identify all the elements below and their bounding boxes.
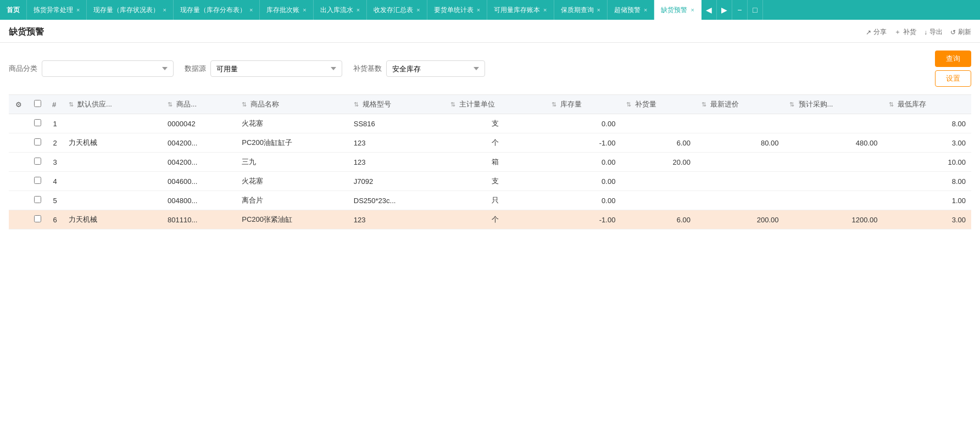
table-row: 5004800...离合片DS250*23c...只0.001.00 (9, 191, 971, 210)
export-btn[interactable]: ↓ 导出 (924, 27, 943, 37)
tab-home[interactable]: 首页 (0, 0, 27, 20)
category-select[interactable] (42, 60, 174, 77)
tab-label-available-ledger: 可用量库存账本 (494, 5, 540, 15)
cell-latest_price (696, 172, 784, 191)
tab-maximize[interactable]: □ (748, 0, 763, 20)
cell-latest_price: 200.00 (696, 210, 784, 229)
col-label-replenish: 补货量 (635, 100, 656, 108)
table-row: 2力天机械004200...PC200油缸缸子123个-1.006.0080.0… (9, 133, 971, 153)
cell-product_name: 三九 (236, 153, 348, 172)
replenish-btn[interactable]: ＋ 补货 (894, 27, 916, 37)
cell-unit: 支 (445, 172, 546, 191)
tab-close-inout-flow[interactable]: × (357, 7, 360, 13)
cell-estimated_purchase (784, 191, 883, 210)
cell-replenish: 6.00 (621, 210, 696, 229)
cell-product_name: 离合片 (236, 191, 348, 210)
col-header-latest_price[interactable]: ⇅ 最新进价 (696, 95, 784, 114)
tab-inout-flow[interactable]: 出入库流水× (314, 0, 367, 20)
tab-overstock[interactable]: 超储预警× (608, 0, 654, 20)
cell-min_stock: 1.00 (883, 191, 971, 210)
row-checkbox[interactable] (34, 177, 41, 184)
export-icon: ↓ (924, 29, 927, 36)
tab-close-inventory-dist[interactable]: × (249, 7, 253, 13)
tab-close-shortage[interactable]: × (691, 7, 694, 13)
cell-product_name: PC200油缸缸子 (236, 133, 348, 153)
gear-icon[interactable]: ⚙ (15, 100, 22, 109)
row-checkbox-cell[interactable] (29, 153, 47, 172)
page-header: 缺货预警 ↗ 分享 ＋ 补货 ↓ 导出 ↺ 刷新 (0, 20, 980, 43)
row-checkbox-cell[interactable] (29, 172, 47, 191)
col-header-min_stock[interactable]: ⇅ 最低库存 (883, 95, 971, 114)
tab-inventory-dist[interactable]: 现存量（库存分布表）× (174, 0, 260, 20)
col-header-product_code[interactable]: ⇅ 商品... (162, 95, 236, 114)
tab-shortage[interactable]: 缺货预警× (654, 0, 701, 20)
filter-right-btns: 查询 设置 (935, 51, 971, 87)
row-checkbox-cell[interactable] (29, 114, 47, 133)
col-label-latest_price: 最新进价 (710, 100, 739, 108)
tab-label-overstock: 超储预警 (614, 5, 641, 15)
tab-nav-prev[interactable]: ◀ (701, 0, 717, 20)
filter-category-label: 商品分类 (9, 64, 37, 74)
col-header-product_name[interactable]: ⇅ 商品名称 (236, 95, 348, 114)
share-btn[interactable]: ↗ 分享 (866, 27, 887, 37)
tab-label-exception: 拣货异常处理 (34, 5, 73, 15)
tab-close-expiry-query[interactable]: × (597, 7, 600, 13)
cell-estimated_purchase (784, 153, 883, 172)
tab-close-receive-summary[interactable]: × (416, 7, 420, 13)
row-number: 1 (47, 114, 63, 133)
tab-minimize[interactable]: − (732, 0, 748, 20)
col-label-spec: 规格型号 (363, 100, 391, 108)
tab-close-inventory-status[interactable]: × (163, 7, 166, 13)
sort-icon-replenish: ⇅ (626, 101, 633, 108)
cell-unit: 个 (445, 133, 546, 153)
col-header-unit[interactable]: ⇅ 主计量单位 (445, 95, 546, 114)
tab-requisition-stat[interactable]: 要货单统计表× (427, 0, 487, 20)
cell-latest_price: 80.00 (696, 133, 784, 153)
col-header-replenish[interactable]: ⇅ 补货量 (621, 95, 696, 114)
sort-icon-min_stock: ⇅ (889, 101, 895, 108)
tab-label-home: 首页 (7, 5, 20, 15)
row-checkbox-cell[interactable] (29, 210, 47, 229)
sort-icon-spec: ⇅ (354, 101, 360, 108)
row-checkbox-cell[interactable] (29, 191, 47, 210)
col-header-check (29, 95, 47, 114)
cell-min_stock: 3.00 (883, 210, 971, 229)
tab-available-ledger[interactable]: 可用量库存账本× (487, 0, 554, 20)
share-icon: ↗ (866, 29, 871, 36)
row-checkbox-cell[interactable] (29, 133, 47, 153)
datasource-select[interactable]: 可用量 库存量 (210, 60, 342, 77)
tab-batch-account[interactable]: 库存批次账× (260, 0, 313, 20)
row-checkbox[interactable] (34, 196, 41, 203)
row-number: 3 (47, 153, 63, 172)
cell-replenish (621, 191, 696, 210)
tab-close-requisition-stat[interactable]: × (477, 7, 480, 13)
tab-receive-summary[interactable]: 收发存汇总表× (367, 0, 427, 20)
tab-nav-next[interactable]: ▶ (717, 0, 732, 20)
cell-spec: 123 (348, 153, 445, 172)
col-header-default_supplier[interactable]: ⇅ 默认供应... (63, 95, 162, 114)
col-header-estimated_purchase[interactable]: ⇅ 预计采购... (784, 95, 883, 114)
table-row: 3004200...三九123箱0.0020.0010.00 (9, 153, 971, 172)
row-checkbox[interactable] (34, 119, 41, 126)
tab-close-exception[interactable]: × (76, 7, 80, 13)
cell-unit: 只 (445, 191, 546, 210)
refresh-btn[interactable]: ↺ 刷新 (950, 27, 971, 37)
query-button[interactable]: 查询 (935, 51, 971, 67)
replenish-basis-select[interactable]: 安全库存 最低库存 (386, 60, 485, 77)
settings-button[interactable]: 设置 (935, 70, 971, 87)
tab-close-batch-account[interactable]: × (303, 7, 306, 13)
tab-inventory-status[interactable]: 现存量（库存状况表）× (87, 0, 173, 20)
col-header-spec[interactable]: ⇅ 规格型号 (348, 95, 445, 114)
tab-close-available-ledger[interactable]: × (543, 7, 547, 13)
filter-datasource-group: 数据源 可用量 库存量 (185, 60, 342, 77)
select-all-checkbox[interactable] (34, 100, 41, 107)
row-checkbox[interactable] (34, 138, 41, 145)
tab-exception[interactable]: 拣货异常处理× (27, 0, 87, 20)
tab-expiry-query[interactable]: 保质期查询× (554, 0, 608, 20)
col-header-stock[interactable]: ⇅ 库存量 (546, 95, 621, 114)
cell-default_supplier (63, 153, 162, 172)
tab-close-overstock[interactable]: × (644, 7, 647, 13)
row-checkbox[interactable] (34, 215, 41, 222)
row-checkbox[interactable] (34, 158, 41, 165)
cell-min_stock: 8.00 (883, 114, 971, 133)
